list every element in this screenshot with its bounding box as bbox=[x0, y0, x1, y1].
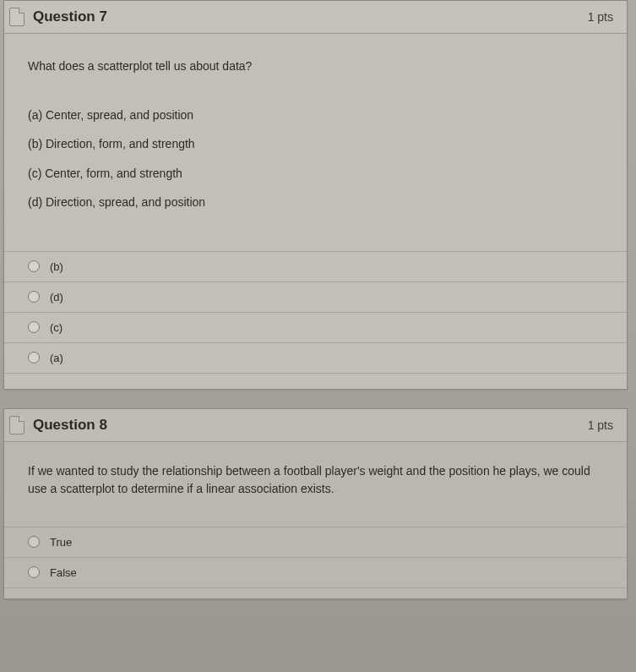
question-8-answer-list: True False bbox=[4, 527, 627, 588]
answer-option-c[interactable]: (c) bbox=[4, 312, 627, 342]
choice-b: (b) Direction, form, and strength bbox=[28, 129, 603, 158]
answer-label: True bbox=[50, 536, 72, 549]
question-7-choices-block: (a) Center, spread, and position (b) Dir… bbox=[28, 101, 603, 217]
question-7-header-left: Question 7 bbox=[4, 8, 107, 26]
radio-icon[interactable] bbox=[28, 566, 40, 578]
question-7-body: What does a scatterplot tell us about da… bbox=[4, 34, 627, 389]
radio-icon[interactable] bbox=[28, 352, 40, 363]
question-7-title: Question 7 bbox=[33, 8, 107, 25]
question-8-body: If we wanted to study the relationship b… bbox=[4, 442, 627, 598]
question-7-header: Question 7 1 pts bbox=[4, 1, 627, 34]
question-7-points: 1 pts bbox=[588, 10, 613, 24]
choice-a: (a) Center, spread, and position bbox=[28, 101, 603, 129]
question-7-card: Question 7 1 pts What does a scatterplot… bbox=[3, 0, 628, 390]
answer-option-true[interactable]: True bbox=[4, 527, 627, 557]
choice-d: (d) Direction, spread, and position bbox=[28, 188, 603, 216]
answer-label: (c) bbox=[50, 321, 63, 334]
answer-option-b[interactable]: (b) bbox=[4, 251, 627, 281]
question-8-title: Question 8 bbox=[33, 417, 107, 434]
choice-c: (c) Center, form, and strength bbox=[28, 159, 603, 188]
answer-label: False bbox=[50, 566, 77, 579]
page-icon bbox=[9, 8, 24, 26]
question-8-header-left: Question 8 bbox=[4, 416, 107, 434]
radio-icon[interactable] bbox=[28, 291, 40, 303]
page-icon bbox=[9, 416, 24, 434]
answer-option-a[interactable]: (a) bbox=[4, 342, 627, 374]
radio-icon[interactable] bbox=[28, 536, 40, 548]
answer-option-d[interactable]: (d) bbox=[4, 281, 627, 312]
answer-label: (b) bbox=[50, 260, 63, 273]
answer-label: (d) bbox=[50, 291, 63, 303]
question-7-prompt: What does a scatterplot tell us about da… bbox=[28, 57, 603, 75]
question-8-header: Question 8 1 pts bbox=[4, 409, 627, 442]
question-8-card: Question 8 1 pts If we wanted to study t… bbox=[3, 408, 628, 599]
radio-icon[interactable] bbox=[28, 321, 40, 333]
question-8-points: 1 pts bbox=[588, 418, 613, 432]
answer-option-false[interactable]: False bbox=[4, 557, 627, 588]
question-7-answer-list: (b) (d) (c) (a) bbox=[4, 251, 627, 374]
radio-icon[interactable] bbox=[28, 260, 40, 272]
answer-label: (a) bbox=[50, 352, 63, 364]
question-8-prompt: If we wanted to study the relationship b… bbox=[28, 462, 603, 498]
